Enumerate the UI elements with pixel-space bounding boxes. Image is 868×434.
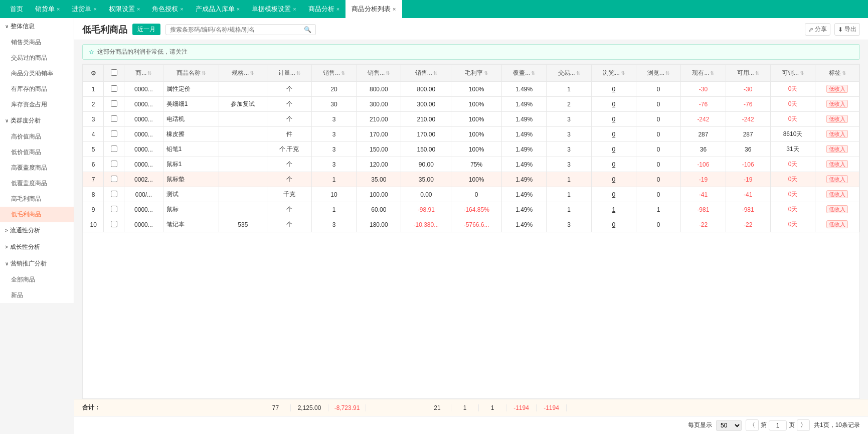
row-sales-qty: 1 <box>311 172 356 187</box>
col-tag[interactable]: 标签⇅ <box>815 65 859 82</box>
row-current-stock: 36 <box>681 142 726 157</box>
sidebar-item-有库存的商品[interactable]: 有库存的商品 <box>0 81 74 97</box>
row-browse2: 0 <box>636 157 680 172</box>
col-sales-qty[interactable]: 销售...⇅ <box>311 65 356 82</box>
sidebar-item-库存资金占用[interactable]: 库存资金占用 <box>0 97 74 112</box>
col-trade[interactable]: 交易...⇅ <box>547 65 591 82</box>
row-checkbox[interactable] <box>104 127 124 142</box>
close-tab-icon[interactable]: × <box>293 6 296 12</box>
search-icon[interactable]: 🔍 <box>304 26 311 33</box>
col-name[interactable]: 商品名称⇅ <box>163 65 219 82</box>
row-coverage: 1.49% <box>502 187 547 202</box>
col-coverage[interactable]: 覆盖...⇅ <box>502 65 547 82</box>
nav-item-进货单[interactable]: 进货单× <box>66 0 102 18</box>
close-tab-icon[interactable]: × <box>336 6 339 12</box>
col-current-stock[interactable]: 现有...⇅ <box>681 65 726 82</box>
page-number-input[interactable] <box>769 420 787 430</box>
sidebar-item-全部商品[interactable]: 全部商品 <box>0 272 74 287</box>
date-filter-button[interactable]: 近一月 <box>132 24 160 35</box>
notice-icon: ☆ <box>89 49 94 56</box>
share-button[interactable]: ⬀ 分享 <box>805 23 830 36</box>
nav-item-商品分析[interactable]: 商品分析× <box>302 0 345 18</box>
row-spec: 参加复试 <box>219 97 267 112</box>
row-browse1[interactable]: 1 <box>591 202 636 217</box>
sidebar-item-商品分类助销率[interactable]: 商品分类助销率 <box>0 66 74 81</box>
close-tab-icon[interactable]: × <box>93 6 96 12</box>
sidebar-item-高毛利商品[interactable]: 高毛利商品 <box>0 191 74 207</box>
sidebar-group-类群度分析[interactable]: ∨类群度分析 <box>0 112 74 129</box>
notice-bar: ☆ 这部分商品的利润非常低，请关注 <box>82 44 860 60</box>
sidebar-item-低价值商品[interactable]: 低价值商品 <box>0 144 74 160</box>
row-browse1[interactable]: 0 <box>591 217 636 232</box>
prev-page-button[interactable]: 〈 <box>746 419 759 431</box>
per-page-select[interactable]: 50 100 200 <box>716 420 742 431</box>
col-sales-profit[interactable]: 销售...⇅ <box>401 65 451 82</box>
col-spec[interactable]: 规格...⇅ <box>219 65 267 82</box>
sidebar-item-销售类商品[interactable]: 销售类商品 <box>0 35 74 50</box>
col-browse1[interactable]: 浏览...⇅ <box>591 65 636 82</box>
col-code[interactable]: 商...⇅ <box>124 65 163 82</box>
sidebar-item-低覆盖度商品[interactable]: 低覆盖度商品 <box>0 176 74 191</box>
row-checkbox[interactable] <box>104 97 124 112</box>
row-checkbox[interactable] <box>104 217 124 232</box>
row-checkbox[interactable] <box>104 187 124 202</box>
nav-item-角色授权[interactable]: 角色授权× <box>146 0 189 18</box>
col-sales-price[interactable]: 销售...⇅ <box>357 65 401 82</box>
sidebar-item-交易过的商品[interactable]: 交易过的商品 <box>0 50 74 66</box>
row-no: 9 <box>83 202 104 217</box>
row-checkbox[interactable] <box>104 112 124 127</box>
row-checkbox[interactable] <box>104 142 124 157</box>
select-all-checkbox[interactable] <box>111 69 117 76</box>
row-browse1[interactable]: 0 <box>591 187 636 202</box>
row-browse1[interactable]: 0 <box>591 97 636 112</box>
sidebar-item-新品[interactable]: 新品 <box>0 287 74 303</box>
row-checkbox[interactable] <box>104 157 124 172</box>
sidebar-group-营销推广分析[interactable]: ∨营销推广分析 <box>0 255 74 272</box>
nav-item-销货单[interactable]: 销货单× <box>29 0 66 18</box>
sidebar-item-低毛利商品[interactable]: 低毛利商品 <box>0 207 74 222</box>
col-gross-rate[interactable]: 毛利率⇅ <box>451 65 502 82</box>
nav-item-产成品入库单[interactable]: 产成品入库单× <box>190 0 246 18</box>
row-browse1[interactable]: 0 <box>591 82 636 97</box>
close-tab-icon[interactable]: × <box>57 6 60 12</box>
row-checkbox[interactable] <box>104 172 124 187</box>
sidebar-group-流通性分析[interactable]: >流通性分析 <box>0 222 74 239</box>
nav-item-首页[interactable]: 首页 <box>4 0 29 18</box>
row-checkbox[interactable] <box>104 82 124 97</box>
row-browse1[interactable]: 0 <box>591 127 636 142</box>
nav-item-商品分析列表[interactable]: 商品分析列表× <box>345 0 402 18</box>
search-input[interactable] <box>170 26 304 33</box>
total-cell: -8,723.91 <box>328 404 366 411</box>
row-browse1[interactable]: 0 <box>591 142 636 157</box>
nav-item-单据模板设置[interactable]: 单据模板设置× <box>246 0 302 18</box>
row-tag: 低收入 <box>815 157 859 172</box>
close-tab-icon[interactable]: × <box>137 6 140 12</box>
nav-item-权限设置[interactable]: 权限设置× <box>103 0 146 18</box>
col-available[interactable]: 可用...⇅ <box>726 65 770 82</box>
row-no: 5 <box>83 142 104 157</box>
row-trade-count: 2 <box>547 97 591 112</box>
col-settings[interactable]: ⚙ <box>83 65 104 82</box>
row-browse1[interactable]: 0 <box>591 157 636 172</box>
row-sales-profit: 170.00 <box>401 127 451 142</box>
close-tab-icon[interactable]: × <box>180 6 183 12</box>
sidebar-group-整体信息[interactable]: ∨整体信息 <box>0 18 74 35</box>
export-button[interactable]: ⬇ 导出 <box>834 23 860 36</box>
row-browse2: 0 <box>636 112 680 127</box>
col-browse2[interactable]: 浏览...⇅ <box>636 65 680 82</box>
sidebar-group-成长性分析[interactable]: >成长性分析 <box>0 239 74 255</box>
col-unit[interactable]: 计量...⇅ <box>267 65 311 82</box>
row-browse1[interactable]: 0 <box>591 172 636 187</box>
sidebar-item-高价值商品[interactable]: 高价值商品 <box>0 129 74 144</box>
row-sales-price: 170.00 <box>357 127 401 142</box>
close-tab-icon[interactable]: × <box>237 6 240 12</box>
col-checkbox[interactable] <box>104 65 124 82</box>
arrow-icon: ∨ <box>5 24 9 29</box>
sidebar-item-高覆盖度商品[interactable]: 高覆盖度商品 <box>0 160 74 176</box>
next-page-button[interactable]: 〉 <box>797 419 810 431</box>
row-checkbox[interactable] <box>104 202 124 217</box>
close-tab-icon[interactable]: × <box>393 6 396 12</box>
row-coverage: 1.49% <box>502 97 547 112</box>
row-browse1[interactable]: 0 <box>591 112 636 127</box>
col-saleable[interactable]: 可销...⇅ <box>770 65 815 82</box>
